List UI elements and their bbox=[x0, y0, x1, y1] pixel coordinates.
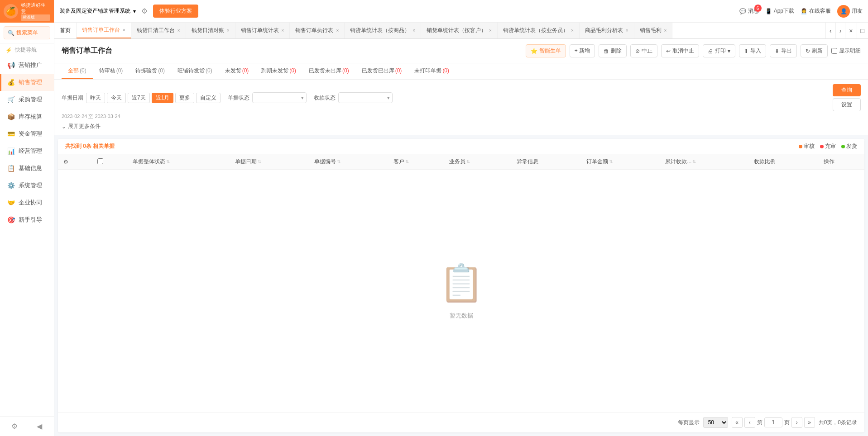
add-button[interactable]: + 新增 bbox=[570, 44, 595, 57]
tab-close-sales-order-workbench[interactable]: × bbox=[123, 28, 125, 33]
tab-close-gross-margin[interactable]: × bbox=[626, 28, 628, 33]
sidebar-item-label-operations: 经营管理 bbox=[19, 147, 42, 155]
expand-filter-button[interactable]: ⌄ 展开更多条件 bbox=[62, 123, 861, 130]
subtab-pending-inspect[interactable]: 待拣验货(0) bbox=[129, 63, 171, 79]
tab-cash-daily-workbench[interactable]: 钱货日清工作台× bbox=[131, 23, 186, 38]
date-filter-btn-近7天[interactable]: 近7天 bbox=[128, 93, 150, 103]
date-filter-btn-自定义[interactable]: 自定义 bbox=[196, 93, 221, 103]
show-detail-checkbox[interactable] bbox=[831, 48, 837, 54]
tab-close-sales-profit[interactable]: × bbox=[664, 28, 667, 33]
tab-sales-stats-customer[interactable]: 销货单统计表（按客户）× bbox=[421, 23, 498, 38]
sidebar-item-purchase[interactable]: 🛒采购管理 bbox=[0, 91, 54, 108]
tab-close-sales-order-exec[interactable]: × bbox=[336, 28, 339, 33]
quick-action-unreviewed[interactable]: 充审 bbox=[820, 142, 836, 150]
payment-select[interactable] bbox=[338, 92, 393, 103]
subtab-shipped-not-out[interactable]: 已发货未出库(0) bbox=[302, 63, 355, 79]
sidebar-collapse-button[interactable]: ◀ bbox=[29, 420, 51, 432]
sidebar-settings-button[interactable]: ⚙ bbox=[4, 420, 25, 432]
quick-action-review[interactable]: 审核 bbox=[799, 142, 815, 150]
payment-select-wrapper bbox=[338, 92, 393, 103]
last-page-button[interactable]: » bbox=[804, 417, 815, 428]
date-filter-btn-今天[interactable]: 今天 bbox=[107, 93, 126, 103]
sidebar-item-system[interactable]: ⚙️系统管理 bbox=[0, 177, 54, 194]
tab-gross-margin[interactable]: 商品毛利分析表× bbox=[580, 23, 634, 38]
first-page-button[interactable]: « bbox=[732, 417, 743, 428]
tab-close-cash-daily-workbench[interactable]: × bbox=[177, 28, 180, 33]
date-filter-btn-近1月[interactable]: 近1月 bbox=[152, 93, 174, 103]
subtab-pending-review[interactable]: 待审核(0) bbox=[93, 63, 129, 79]
sort-icon: ⇅ bbox=[258, 159, 261, 164]
date-filter-btn-更多[interactable]: 更多 bbox=[175, 93, 194, 103]
page-number-input[interactable] bbox=[764, 417, 782, 427]
subtab-wangpu-ship[interactable]: 旺铺待发货(0) bbox=[171, 63, 219, 79]
col-header-status[interactable]: 单据整体状态⇅ bbox=[127, 154, 230, 170]
col-header-date[interactable]: 单据日期⇅ bbox=[230, 154, 309, 170]
subtab-all[interactable]: 全部(0) bbox=[62, 63, 93, 79]
message-button[interactable]: 💬 消息 6 bbox=[739, 7, 759, 15]
system-title-dropdown[interactable]: 装备及固定资产辅助管理系统 ▾ bbox=[60, 7, 136, 15]
tab-scroll-left-button[interactable]: ‹ bbox=[825, 23, 835, 38]
col-header-amount[interactable]: 订单金额⇅ bbox=[581, 154, 660, 170]
tab-sales-stats-product[interactable]: 销货单统计表（按商品）× bbox=[345, 23, 421, 38]
query-button[interactable]: 查询 bbox=[833, 84, 861, 96]
col-header-customer[interactable]: 客户⇅ bbox=[388, 154, 444, 170]
sidebar-item-finance[interactable]: 💳资金管理 bbox=[0, 125, 54, 142]
status-select[interactable] bbox=[252, 92, 307, 103]
quick-nav-item[interactable]: ⚡ 快捷导航 bbox=[0, 43, 54, 57]
quick-action-ship[interactable]: 发货 bbox=[841, 142, 857, 150]
select-all-checkbox[interactable] bbox=[97, 158, 103, 164]
page-size-select[interactable]: 102050100 bbox=[703, 417, 728, 428]
sidebar-item-operations[interactable]: 📊经营管理 bbox=[0, 142, 54, 160]
tab-sales-order-workbench[interactable]: 销售订单工作台× bbox=[77, 23, 131, 38]
col-settings-icon[interactable]: ⚙ bbox=[63, 159, 68, 165]
show-detail-label[interactable]: 显示明细 bbox=[831, 47, 861, 55]
sidebar-item-inventory[interactable]: 📦库存核算 bbox=[0, 108, 54, 125]
tab-close-cash-reconciliation[interactable]: × bbox=[227, 28, 230, 33]
tab-close-sales-stats-staff[interactable]: × bbox=[571, 28, 574, 33]
export-button[interactable]: ⬇ 导出 bbox=[770, 44, 797, 57]
tab-sales-order-stats[interactable]: 销售订单统计表× bbox=[235, 23, 290, 38]
tab-cash-reconciliation[interactable]: 钱货日清对账× bbox=[186, 23, 235, 38]
online-service-button[interactable]: 👩‍💼 在线客服 bbox=[801, 7, 831, 15]
tab-close-sales-order-stats[interactable]: × bbox=[282, 28, 284, 33]
sidebar-item-basic-info[interactable]: 📋基础信息 bbox=[0, 160, 54, 177]
subtab-overdue-not-shipped[interactable]: 到期未发货(0) bbox=[255, 63, 302, 79]
sidebar-item-marketing[interactable]: 📢营销推广 bbox=[0, 57, 54, 74]
filter-settings-button[interactable]: 设置 bbox=[833, 98, 861, 111]
tab-scroll-right-button[interactable]: › bbox=[835, 23, 845, 38]
subtab-shipped-out[interactable]: 已发货已出库(0) bbox=[355, 63, 408, 79]
tab-close-sales-stats-customer[interactable]: × bbox=[489, 28, 492, 33]
prev-page-button[interactable]: ‹ bbox=[744, 417, 755, 428]
subtab-label-pending-review: 待审核 bbox=[99, 67, 115, 74]
print-button[interactable]: 🖨 打印 ▾ bbox=[703, 44, 735, 57]
sidebar-item-enterprise[interactable]: 🤝企业协同 bbox=[0, 194, 54, 211]
sidebar-item-sales[interactable]: 💰销售管理 bbox=[0, 74, 54, 91]
date-filter-btn-昨天[interactable]: 昨天 bbox=[86, 93, 105, 103]
subtab-not-printed[interactable]: 未打印单据(0) bbox=[408, 63, 456, 79]
subtab-count-overdue-not-shipped: (0) bbox=[289, 67, 296, 74]
subtab-not-shipped[interactable]: 未发货(0) bbox=[219, 63, 255, 79]
stop-button[interactable]: ⊘ 中止 bbox=[630, 44, 657, 57]
tab-sales-profit[interactable]: 销售毛利× bbox=[634, 23, 673, 38]
tab-close-sales-stats-product[interactable]: × bbox=[412, 28, 415, 33]
tab-close-current-button[interactable]: × bbox=[845, 23, 856, 38]
next-page-button[interactable]: › bbox=[791, 417, 802, 428]
col-header-number[interactable]: 单据编号⇅ bbox=[309, 154, 388, 170]
sidebar-item-newbie[interactable]: 🎯新手引导 bbox=[0, 211, 54, 228]
col-header-received[interactable]: 累计收款...⇅ bbox=[660, 154, 748, 170]
smart-create-button[interactable]: ⭐ 智能生单 bbox=[526, 44, 566, 57]
trial-button[interactable]: 体验行业方案 bbox=[153, 5, 198, 18]
topbar-settings-icon[interactable]: ⚙ bbox=[141, 7, 148, 15]
refresh-button[interactable]: ↻ 刷新 bbox=[801, 44, 828, 57]
tab-maximize-button[interactable]: □ bbox=[857, 23, 868, 38]
col-header-staff[interactable]: 业务员⇅ bbox=[444, 154, 511, 170]
tab-home[interactable]: 首页 bbox=[54, 23, 77, 38]
search-menu-button[interactable]: 🔍 搜索菜单 bbox=[4, 26, 50, 39]
cancel-stop-button[interactable]: ↩ 取消中止 bbox=[661, 44, 699, 57]
user-area[interactable]: 👤 用友 bbox=[837, 5, 863, 18]
tab-sales-stats-staff[interactable]: 销货单统计表（按业务员）× bbox=[498, 23, 580, 38]
delete-button[interactable]: 🗑 删除 bbox=[599, 44, 627, 57]
import-button[interactable]: ⬆ 导入 bbox=[739, 44, 766, 57]
app-download-button[interactable]: 📱 App下载 bbox=[765, 7, 794, 15]
tab-sales-order-exec[interactable]: 销售订单执行表× bbox=[290, 23, 345, 38]
